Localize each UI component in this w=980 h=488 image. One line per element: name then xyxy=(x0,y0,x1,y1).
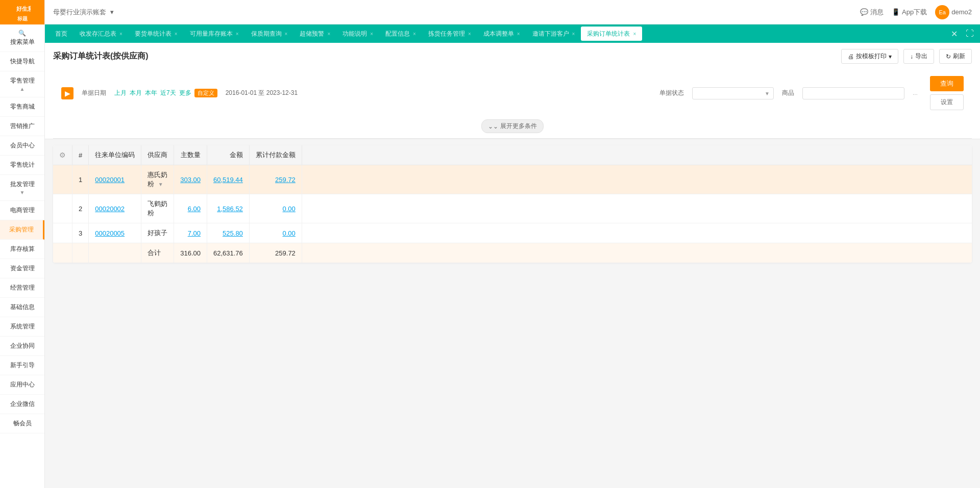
close-icon[interactable]: × xyxy=(119,31,122,37)
tab-available-stock[interactable]: 可用量库存账本 × xyxy=(184,27,245,41)
amount-link[interactable]: 1,586.52 xyxy=(217,205,243,213)
dropdown-arrow-icon: ▾ xyxy=(889,53,892,60)
close-icon[interactable]: × xyxy=(517,31,520,37)
amount-link[interactable]: 60,519.44 xyxy=(213,176,243,184)
footer-label xyxy=(89,243,141,263)
sidebar-item-wechat[interactable]: 企业微信 xyxy=(0,395,44,414)
sidebar-item-sys-mgmt[interactable]: 系统管理 xyxy=(0,317,44,337)
close-icon[interactable]: × xyxy=(572,31,575,37)
more-filter-options-btn[interactable]: … xyxy=(913,90,918,96)
workspace-selector[interactable]: 母婴行业演示账套 ▾ xyxy=(53,8,114,17)
paid-link[interactable]: 0.00 xyxy=(283,205,296,213)
table-header-row: ⚙ # 往来单位编码 供应商 主数量 金额 xyxy=(53,145,972,165)
tab-label: 拣货任务管理 xyxy=(428,30,465,38)
message-btn[interactable]: 💬 消息 xyxy=(860,8,884,17)
quantity-link[interactable]: 303.00 xyxy=(180,176,201,184)
footer-total-label: 合计 xyxy=(141,243,174,263)
settings-btn[interactable]: 设置 xyxy=(930,94,964,110)
tab-overstock[interactable]: 超储预警 × xyxy=(293,27,336,41)
col-supplier: 供应商 xyxy=(141,145,174,165)
page-area: 采购订单统计表(按供应商) 🖨 按模板打印 ▾ ↓ 导出 ↻ 刷新 xyxy=(45,43,980,488)
paid-link[interactable]: 259.72 xyxy=(275,176,296,184)
sidebar-item-wholesale-mgmt[interactable]: 批发管理 ▼ xyxy=(0,175,44,201)
sidebar-item-app-center[interactable]: 应用中心 xyxy=(0,375,44,395)
quantity-link[interactable]: 7.00 xyxy=(188,229,201,237)
export-btn[interactable]: ↓ 导出 xyxy=(903,49,934,64)
shortcut-more[interactable]: 更多 xyxy=(179,89,191,97)
shortcut-this-year[interactable]: 本年 xyxy=(145,89,157,97)
row-settings xyxy=(53,194,72,223)
quantity-link[interactable]: 6.00 xyxy=(188,205,201,213)
sidebar-item-marketing[interactable]: 营销推广 xyxy=(0,117,44,136)
goods-search-input[interactable] xyxy=(802,87,904,99)
col-amount: 金额 xyxy=(207,145,250,165)
sidebar-item-inventory[interactable]: 库存核算 xyxy=(0,240,44,259)
close-icon[interactable]: × xyxy=(468,31,471,37)
tab-config-info[interactable]: 配置信息 × xyxy=(379,27,422,41)
sidebar-item-vip[interactable]: 畅会员 xyxy=(0,414,44,433)
sidebar-item-finance[interactable]: 资金管理 xyxy=(0,259,44,278)
shortcut-7days[interactable]: 近7天 xyxy=(160,89,176,97)
tab-invite-downstream[interactable]: 邀请下游客户 × xyxy=(526,27,581,41)
tab-label: 功能说明 xyxy=(342,30,367,38)
close-icon[interactable]: × xyxy=(175,31,178,37)
user-profile[interactable]: Ea demo2 xyxy=(935,5,972,19)
search-btn[interactable]: 查询 xyxy=(930,76,964,91)
shortcut-last-month[interactable]: 上月 xyxy=(114,89,127,97)
sidebar-item-label: 电商管理 xyxy=(10,206,35,215)
app-download-btn[interactable]: 📱 App下载 xyxy=(892,8,927,17)
tab-function-desc[interactable]: 功能说明 × xyxy=(336,27,379,41)
shortcut-this-month[interactable]: 本月 xyxy=(130,89,142,97)
row-extra xyxy=(302,165,972,194)
status-select[interactable] xyxy=(692,87,774,99)
sidebar-item-purchase-mgmt[interactable]: 采购管理 xyxy=(0,220,44,240)
custom-date-badge[interactable]: 自定义 xyxy=(194,89,217,97)
col-label: 往来单位编码 xyxy=(95,151,135,159)
tab-purchase-order-stat[interactable]: 采购订单统计表 × xyxy=(581,27,642,41)
footer-quantity: 316.00 xyxy=(174,243,207,263)
sidebar-item-label: 零售统计 xyxy=(10,161,35,169)
refresh-btn[interactable]: ↻ 刷新 xyxy=(939,49,972,64)
sidebar-item-membership[interactable]: 会员中心 xyxy=(0,136,44,156)
close-icon[interactable]: × xyxy=(413,31,416,37)
sidebar-item-quick-nav[interactable]: 快捷导航 xyxy=(0,52,44,71)
amount-link[interactable]: 525.80 xyxy=(223,229,243,237)
tab-warranty[interactable]: 保质期查询 × xyxy=(245,27,294,41)
sidebar-item-ops-mgmt[interactable]: 经营管理 xyxy=(0,278,44,298)
close-icon[interactable]: × xyxy=(633,31,636,37)
unit-code-link[interactable]: 00020002 xyxy=(95,205,125,213)
close-all-tabs-btn[interactable]: ✕ xyxy=(949,28,960,40)
settings-icon[interactable]: ⚙ xyxy=(59,151,66,159)
nav-tabs: 首页 收发存汇总表 × 要货单统计表 × 可用量库存账本 × 保质期查询 × 超… xyxy=(45,24,980,43)
sidebar-item-retail-shop[interactable]: 零售商城 xyxy=(0,97,44,117)
close-icon[interactable]: × xyxy=(285,31,288,37)
sidebar-item-enterprise[interactable]: 企业协同 xyxy=(0,337,44,356)
tab-cost-adjust[interactable]: 成本调整单 × xyxy=(477,27,526,41)
col-quantity: 主数量 xyxy=(174,145,207,165)
tab-purchase-stat[interactable]: 要货单统计表 × xyxy=(129,27,184,41)
tab-receive-pay[interactable]: 收发存汇总表 × xyxy=(74,27,129,41)
sidebar-item-search[interactable]: 🔍 搜索菜单 xyxy=(0,24,44,52)
paid-link[interactable]: 0.00 xyxy=(283,229,296,237)
close-icon[interactable]: × xyxy=(236,31,239,37)
filter-toggle-btn[interactable]: ▶ xyxy=(61,87,74,99)
row-quantity: 303.00 xyxy=(174,165,207,194)
sidebar-item-ecommerce[interactable]: 电商管理 xyxy=(0,201,44,220)
close-icon[interactable]: × xyxy=(370,31,373,37)
sidebar-item-label: 经营管理 xyxy=(10,284,35,292)
sidebar-item-label: 会员中心 xyxy=(10,141,35,150)
expand-more-btn[interactable]: ⌄⌄ 展开更多条件 xyxy=(481,119,544,133)
unit-code-link[interactable]: 00020005 xyxy=(95,229,125,237)
sidebar-item-new-guide[interactable]: 新手引导 xyxy=(0,356,44,375)
sidebar-item-retail-mgmt[interactable]: 零售管理 ▲ xyxy=(0,71,44,97)
sidebar-item-basic-info[interactable]: 基础信息 xyxy=(0,298,44,317)
expand-arrow-icon[interactable]: ▼ xyxy=(158,182,163,187)
close-icon[interactable]: × xyxy=(327,31,330,37)
unit-code-link[interactable]: 00020001 xyxy=(95,176,125,184)
sidebar-item-retail-stat[interactable]: 零售统计 xyxy=(0,156,44,175)
maximize-btn[interactable]: ⛶ xyxy=(964,28,976,39)
template-print-btn[interactable]: 🖨 按模板打印 ▾ xyxy=(841,49,898,64)
tab-home[interactable]: 首页 xyxy=(49,27,74,41)
tab-picking-task[interactable]: 拣货任务管理 × xyxy=(422,27,477,41)
row-extra xyxy=(302,223,972,243)
